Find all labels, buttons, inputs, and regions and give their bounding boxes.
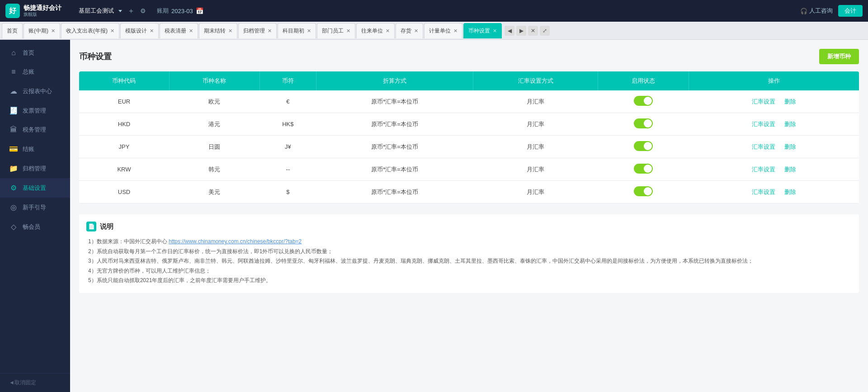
tab-tax-table-close[interactable]: ✕ [189, 28, 193, 34]
tab-income-report-close[interactable]: ✕ [110, 28, 114, 34]
tab-currency[interactable]: 币种设置 ✕ [463, 23, 502, 38]
notes-item-1: 2）系统自动获取每月第一个工作日的汇率标价，统一为直接标价法，即1外币可以兑换的… [86, 247, 852, 257]
rate-setting-link-2[interactable]: 汇率设置 [752, 143, 775, 150]
tab-subject[interactable]: 科目期初 ✕ [278, 23, 316, 38]
cell-status-2 [598, 136, 689, 158]
tab-subject-close[interactable]: ✕ [307, 28, 311, 34]
rate-setting-link-3[interactable]: 汇率设置 [752, 166, 775, 173]
sidebar-item-tax[interactable]: 🏛 税务管理 [0, 120, 70, 139]
tab-period-end-label: 期末结转 [204, 27, 226, 35]
col-actions: 操作 [689, 71, 859, 90]
delete-link-4[interactable]: 删除 [784, 189, 796, 195]
delete-link-3[interactable]: 删除 [784, 166, 796, 173]
toggle-bg-4[interactable] [634, 186, 653, 196]
toggle-bg-1[interactable] [634, 118, 653, 128]
tab-home[interactable]: 首页 [2, 23, 23, 38]
col-calc: 折算方式 [316, 71, 473, 90]
account-button[interactable]: 会计 [838, 5, 863, 17]
tab-currency-label: 币种设置 [468, 27, 490, 35]
toggle-2[interactable] [634, 141, 653, 151]
tab-inventory[interactable]: 存货 ✕ [396, 23, 423, 38]
tab-unit-label: 计量单位 [429, 27, 451, 35]
tab-home-label: 首页 [7, 27, 18, 35]
sidebar-nav: ⌂ 首页 ≡ 总账 ☁ 云报表中心 🧾 发票管理 🏛 税务管理 [0, 40, 70, 373]
sidebar-item-guide[interactable]: ◎ 新手引导 [0, 198, 70, 217]
help-button[interactable]: 🎧 人工咨询 [800, 7, 833, 15]
main-layout: ⌂ 首页 ≡ 总账 ☁ 云报表中心 🧾 发票管理 🏛 税务管理 [0, 40, 868, 392]
tab-department-label: 部门员工 [322, 27, 344, 35]
tab-prev-button[interactable]: ◀ [505, 26, 514, 36]
cell-rate-type-2: 月汇率 [473, 136, 598, 158]
rate-setting-link-0[interactable]: 汇率设置 [752, 98, 775, 105]
tab-close-all-button[interactable]: ✕ [528, 26, 538, 36]
cell-calc-1: 原币*汇率=本位币 [316, 113, 473, 136]
sidebar-item-archive[interactable]: 📁 归档管理 [0, 159, 70, 178]
tab-template-close[interactable]: ✕ [150, 28, 154, 34]
pin-toggle[interactable]: ◄取消固定 [0, 373, 70, 392]
company-selector[interactable]: 基层工会测试 [79, 7, 122, 15]
cell-actions-4: 汇率设置 删除 [689, 181, 859, 203]
settings-icon[interactable]: ⚙ [140, 7, 146, 14]
tab-archive-close[interactable]: ✕ [268, 28, 272, 34]
add-tab-icon[interactable]: ＋ [127, 6, 135, 16]
new-currency-button[interactable]: 新增币种 [819, 49, 859, 64]
tab-income-report[interactable]: 收入支出表(年报) ✕ [61, 23, 119, 38]
col-name: 币种名称 [169, 71, 259, 90]
cell-name-0: 欧元 [169, 90, 259, 113]
tab-unit[interactable]: 计量单位 ✕ [424, 23, 462, 38]
help-label: 人工咨询 [809, 7, 833, 15]
toggle-bg-2[interactable] [634, 141, 653, 151]
tab-period-end-close[interactable]: ✕ [228, 28, 232, 34]
toggle-3[interactable] [634, 164, 653, 174]
toggle-bg-3[interactable] [634, 164, 653, 174]
sidebar-item-checkout[interactable]: 💳 结账 [0, 139, 70, 159]
toggle-1[interactable] [634, 118, 653, 128]
home-icon: ⌂ [9, 49, 18, 57]
cell-code-3: KRW [79, 158, 169, 181]
sidebar-item-member[interactable]: ◇ 畅会员 [0, 217, 70, 236]
sidebar-item-settings[interactable]: ⚙ 基础设置 [0, 178, 70, 198]
tab-expand-button[interactable]: ⤢ [540, 26, 550, 36]
member-icon: ◇ [9, 222, 18, 231]
tab-inventory-close[interactable]: ✕ [414, 28, 418, 34]
toggle-0[interactable] [634, 96, 653, 106]
toggle-bg-0[interactable] [634, 96, 653, 106]
tab-archive[interactable]: 归档管理 ✕ [238, 23, 277, 38]
tab-currency-close[interactable]: ✕ [493, 28, 497, 34]
tab-inventory-label: 存货 [401, 27, 411, 35]
table-row: USD 美元 $ 原币*汇率=本位币 月汇率 汇率设置 删除 [79, 181, 859, 203]
rate-setting-link-4[interactable]: 汇率设置 [752, 189, 775, 195]
tab-period-close[interactable]: ✕ [51, 28, 55, 34]
tab-department[interactable]: 部门员工 ✕ [317, 23, 355, 38]
tab-subject-label: 科目期初 [283, 27, 304, 35]
sidebar-item-invoice[interactable]: 🧾 发票管理 [0, 101, 70, 120]
tab-next-button[interactable]: ▶ [516, 26, 526, 36]
company-name: 基层工会测试 [79, 7, 114, 15]
app-name: 畅捷通好会计 [24, 4, 61, 12]
table-header-row: 币种代码 币种名称 币符 折算方式 汇率设置方式 启用状态 操作 [79, 71, 859, 90]
tab-contacts-close[interactable]: ✕ [386, 28, 390, 34]
delete-link-0[interactable]: 删除 [784, 98, 796, 105]
cell-name-2: 日圆 [169, 136, 259, 158]
notes-link-chinamoney[interactable]: https://www.chinamoney.com.cn/chinese/bk… [169, 238, 302, 245]
tab-department-close[interactable]: ✕ [346, 28, 350, 34]
period-value: 2023-03 [171, 8, 193, 14]
sidebar-item-ledger[interactable]: ≡ 总账 [0, 62, 70, 81]
tab-period-end[interactable]: 期末结转 ✕ [199, 23, 237, 38]
sidebar-item-reports[interactable]: ☁ 云报表中心 [0, 81, 70, 101]
toggle-knob-1 [644, 119, 652, 128]
delete-link-2[interactable]: 删除 [784, 143, 796, 150]
calendar-icon[interactable]: 📅 [196, 7, 203, 14]
app-edition: 旗舰版 [24, 11, 61, 18]
tab-tax-table[interactable]: 税表清册 ✕ [160, 23, 198, 38]
delete-link-1[interactable]: 删除 [784, 121, 796, 128]
tab-template[interactable]: 模版设计 ✕ [120, 23, 159, 38]
cell-name-4: 美元 [169, 181, 259, 203]
tab-contacts[interactable]: 往来单位 ✕ [356, 23, 395, 38]
rate-setting-link-1[interactable]: 汇率设置 [752, 121, 775, 128]
tab-unit-close[interactable]: ✕ [453, 28, 458, 34]
toggle-4[interactable] [634, 186, 653, 196]
sidebar-item-home[interactable]: ⌂ 首页 [0, 43, 70, 62]
tab-period[interactable]: 账(中期) ✕ [24, 23, 60, 38]
sidebar: ⌂ 首页 ≡ 总账 ☁ 云报表中心 🧾 发票管理 🏛 税务管理 [0, 40, 70, 392]
